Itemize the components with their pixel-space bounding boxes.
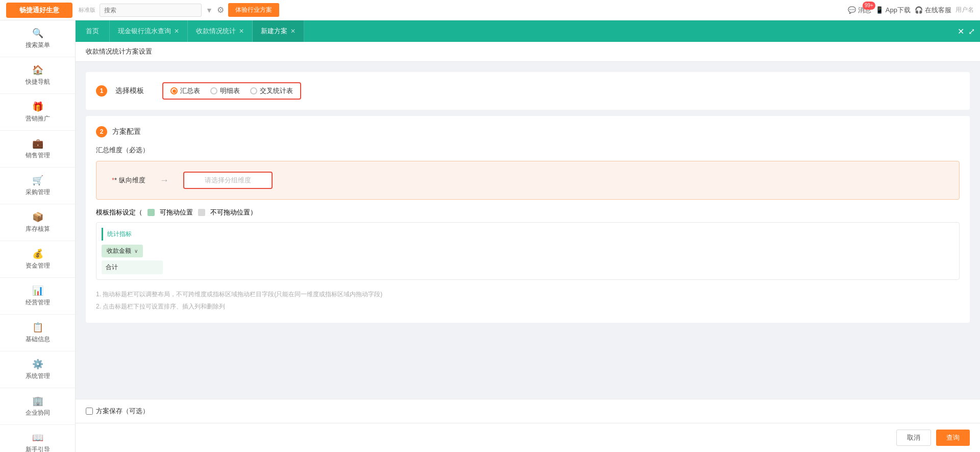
metrics-label-row: 模板指标设定（ 可拖动位置 不可拖动位置） — [96, 208, 960, 217]
sidebar-item-enterprise[interactable]: 🏢 企业协同 — [0, 388, 75, 425]
tab-new-plan[interactable]: 新建方案 ✕ — [253, 20, 304, 42]
tab-new-plan-label: 新建方案 — [261, 27, 287, 36]
save-label: 方案保存（可选） — [96, 407, 149, 416]
footer-bar: 取消 查询 — [76, 423, 980, 452]
metric-subtag-label: 合计 — [106, 263, 118, 272]
service-icon: 🎧 — [915, 6, 923, 14]
download-action[interactable]: 📱 App下载 — [875, 6, 911, 15]
tab-new-plan-close[interactable]: ✕ — [290, 28, 296, 35]
section2-header: 2 方案配置 — [96, 126, 960, 137]
sidebar: 🔍 搜索菜单 🏠 快捷导航 🎁 营销推广 💼 销售管理 🛒 采购管理 📦 库存核… — [0, 20, 76, 452]
marketing-icon: 🎁 — [32, 101, 43, 112]
radio-summary[interactable]: 汇总表 — [170, 86, 200, 96]
sidebar-item-label: 采购管理 — [26, 188, 50, 197]
sidebar-item-label: 新手引导 — [26, 445, 50, 452]
tip2-text: 2. 点击标题栏下拉可设置排序、插入列和删除列 — [96, 300, 225, 313]
section1-num: 1 — [96, 85, 107, 97]
top-bar: 畅捷通好生意 标准版 ▼ ⚙ 体验行业方案 💬 消息 99+ 📱 App下载 🎧… — [0, 0, 980, 20]
finance-icon: 💰 — [32, 248, 43, 259]
tab-bank-flow[interactable]: 现金银行流水查询 ✕ — [110, 20, 188, 42]
sidebar-item-quick-nav[interactable]: 🏠 快捷导航 — [0, 57, 75, 94]
sidebar-item-label: 企业协同 — [26, 409, 50, 417]
system-icon: ⚙️ — [32, 359, 43, 370]
metric-tag-payment[interactable]: 收款金额 ∨ — [102, 245, 143, 257]
edition-label: 标准版 — [79, 6, 95, 14]
form-area: 1 选择模板 汇总表 明细表 — [76, 62, 980, 399]
radio-detail-label: 明细表 — [220, 86, 240, 96]
draggable-hint-box — [148, 209, 155, 216]
service-action[interactable]: 🎧 在线客服 — [915, 6, 951, 15]
sidebar-item-search-menu[interactable]: 🔍 搜索菜单 — [0, 20, 75, 57]
tab-close-icon[interactable]: ✕ — [958, 27, 964, 36]
tip-line-1: 1. 拖动标题栏可以调整布局，不可跨维度或指标区域拖动栏目字段(只能在同一维度或… — [96, 288, 960, 300]
app-logo: 畅捷通好生意 — [6, 3, 72, 18]
section-template: 1 选择模板 汇总表 明细表 — [86, 72, 970, 110]
not-draggable-hint-box — [198, 209, 205, 216]
sidebar-item-label: 基础信息 — [26, 335, 50, 344]
metric-section-label: 统计指标 — [102, 228, 954, 241]
message-icon: 💬 — [848, 6, 856, 14]
tab-home-label: 首页 — [86, 27, 99, 36]
tab-home[interactable]: 首页 — [76, 20, 110, 42]
download-icon: 📱 — [875, 6, 884, 14]
radio-summary-label: 汇总表 — [180, 86, 200, 96]
not-draggable-hint-label: 不可拖动位置） — [210, 208, 257, 217]
metrics-config-label: 模板指标设定（ — [96, 208, 142, 217]
tab-bar-actions: ✕ ⤢ — [958, 27, 980, 36]
sidebar-item-label: 搜索菜单 — [26, 41, 50, 50]
radio-detail[interactable]: 明细表 — [210, 86, 240, 96]
tab-payment-stats[interactable]: 收款情况统计 ✕ — [188, 20, 253, 42]
save-checkbox[interactable] — [86, 408, 93, 415]
purchase-icon: 🛒 — [32, 175, 43, 186]
sidebar-item-label: 快捷导航 — [26, 78, 50, 86]
sidebar-item-marketing[interactable]: 🎁 营销推广 — [0, 94, 75, 131]
sidebar-item-operations[interactable]: 📊 经营管理 — [0, 278, 75, 315]
query-button[interactable]: 查询 — [936, 430, 970, 446]
quick-nav-icon: 🏠 — [32, 64, 43, 76]
tab-expand-icon[interactable]: ⤢ — [968, 27, 975, 36]
message-action[interactable]: 💬 消息 99+ — [848, 6, 871, 15]
search-input[interactable] — [100, 4, 202, 17]
sidebar-item-guide[interactable]: 📖 新手引导 — [0, 425, 75, 452]
page-content: 收款情况统计方案设置 1 选择模板 汇总表 — [76, 42, 980, 452]
section2-num: 2 — [96, 126, 107, 137]
sales-icon: 💼 — [32, 138, 43, 149]
dimension-area: ** 纵向维度 → 请选择分组维度 — [96, 161, 960, 200]
inventory-icon: 📦 — [32, 211, 43, 223]
page-header-title: 收款情况统计方案设置 — [86, 47, 152, 55]
user-name: 用户名 — [955, 6, 974, 14]
content-area: 首页 现金银行流水查询 ✕ 收款情况统计 ✕ 新建方案 ✕ ✕ ⤢ — [76, 20, 980, 452]
metric-subtag-row: 合计 — [102, 260, 163, 274]
sidebar-item-label: 营销推广 — [26, 114, 50, 123]
search-dropdown-icon[interactable]: ▼ — [206, 6, 213, 14]
industry-btn[interactable]: 体验行业方案 — [228, 3, 279, 17]
sidebar-item-inventory[interactable]: 📦 库存核算 — [0, 204, 75, 241]
enterprise-icon: 🏢 — [32, 395, 43, 407]
sidebar-item-label: 销售管理 — [26, 151, 50, 160]
sidebar-item-finance[interactable]: 💰 资金管理 — [0, 241, 75, 278]
sidebar-item-label: 库存核算 — [26, 225, 50, 233]
tab-bank-flow-label: 现金银行流水查询 — [118, 27, 171, 36]
sidebar-item-sales[interactable]: 💼 销售管理 — [0, 131, 75, 168]
cancel-button[interactable]: 取消 — [896, 430, 931, 446]
tab-bank-flow-close[interactable]: ✕ — [174, 28, 179, 35]
tab-payment-stats-close[interactable]: ✕ — [239, 28, 244, 35]
tip-line-2: 2. 点击标题栏下拉可设置排序、插入列和删除列 — [96, 300, 960, 313]
sidebar-item-base-info[interactable]: 📋 基础信息 — [0, 315, 75, 351]
dim-arrow-icon: → — [160, 175, 169, 186]
radio-cross[interactable]: 交叉统计表 — [250, 86, 293, 96]
search-menu-icon: 🔍 — [32, 28, 43, 39]
page-header: 收款情况统计方案设置 — [76, 42, 980, 62]
section2-title: 方案配置 — [112, 127, 141, 136]
section1-row: 1 选择模板 汇总表 明细表 — [96, 82, 960, 100]
sidebar-item-purchase[interactable]: 🛒 采购管理 — [0, 168, 75, 204]
radio-detail-circle — [210, 87, 217, 94]
operations-icon: 📊 — [32, 285, 43, 296]
vertical-dim-label: ** 纵向维度 — [112, 176, 145, 185]
radio-summary-circle — [170, 87, 178, 94]
gear-icon[interactable]: ⚙ — [217, 5, 224, 15]
sidebar-item-system[interactable]: ⚙️ 系统管理 — [0, 351, 75, 388]
sidebar-item-label: 系统管理 — [26, 372, 50, 380]
dimension-selector[interactable]: 请选择分组维度 — [183, 172, 273, 189]
guide-icon: 📖 — [32, 432, 43, 443]
